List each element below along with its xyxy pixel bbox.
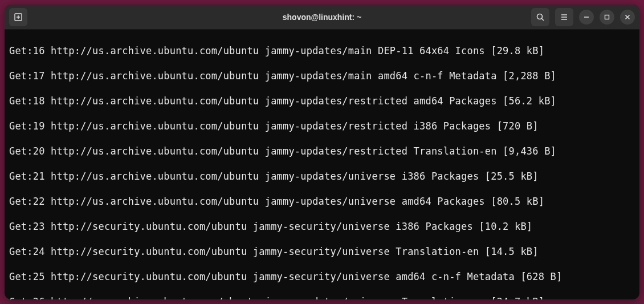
- menu-button[interactable]: [555, 8, 573, 26]
- window-title: shovon@linuxhint: ~: [283, 13, 361, 22]
- terminal-window: shovon@linuxhint: ~: [5, 5, 639, 299]
- output-line: Get:24 http://security.ubuntu.com/ubuntu…: [9, 245, 635, 258]
- minimize-button[interactable]: [579, 10, 594, 25]
- output-line: Get:17 http://us.archive.ubuntu.com/ubun…: [9, 70, 635, 82]
- svg-point-3: [537, 14, 543, 19]
- new-tab-icon: [14, 13, 23, 22]
- output-line: Get:22 http://us.archive.ubuntu.com/ubun…: [9, 195, 635, 208]
- titlebar: shovon@linuxhint: ~: [5, 5, 639, 30]
- output-line: Get:26 http://us.archive.ubuntu.com/ubun…: [9, 295, 635, 299]
- hamburger-icon: [560, 13, 569, 22]
- search-button[interactable]: [531, 8, 549, 26]
- close-icon: [625, 14, 630, 20]
- svg-rect-9: [605, 15, 609, 19]
- output-line: Get:20 http://us.archive.ubuntu.com/ubun…: [9, 145, 635, 157]
- output-line: Get:18 http://us.archive.ubuntu.com/ubun…: [9, 95, 635, 107]
- search-icon: [536, 13, 545, 22]
- output-line: Get:23 http://security.ubuntu.com/ubuntu…: [9, 220, 635, 233]
- close-button[interactable]: [620, 10, 635, 25]
- new-tab-button[interactable]: [9, 8, 27, 26]
- minimize-icon: [584, 14, 589, 20]
- output-line: Get:16 http://us.archive.ubuntu.com/ubun…: [9, 44, 635, 57]
- output-line: Get:25 http://security.ubuntu.com/ubuntu…: [9, 270, 635, 283]
- svg-line-4: [542, 18, 544, 21]
- maximize-icon: [604, 14, 610, 20]
- output-line: Get:21 http://us.archive.ubuntu.com/ubun…: [9, 170, 635, 183]
- terminal-output[interactable]: Get:16 http://us.archive.ubuntu.com/ubun…: [5, 30, 639, 299]
- maximize-button[interactable]: [600, 10, 614, 25]
- output-line: Get:19 http://us.archive.ubuntu.com/ubun…: [9, 120, 635, 132]
